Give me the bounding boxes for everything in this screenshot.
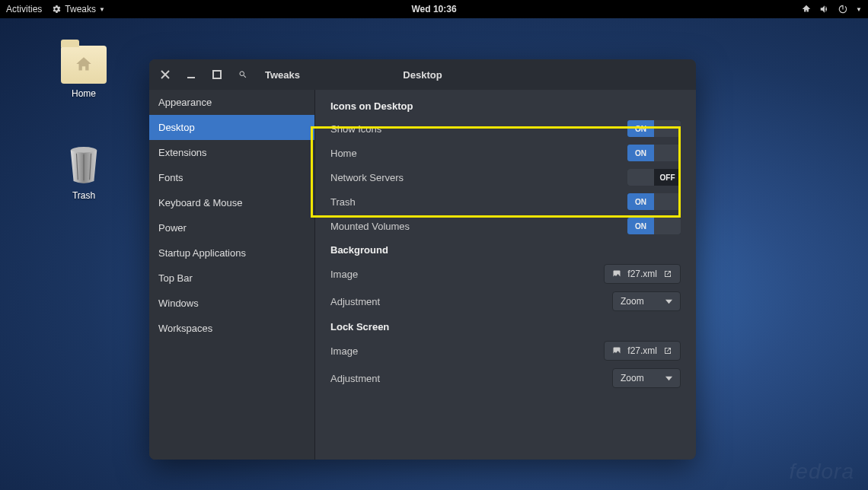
house-icon bbox=[74, 55, 94, 75]
chevron-down-icon: ▼ bbox=[856, 6, 862, 13]
toggle-on-label: ON bbox=[627, 193, 654, 210]
row-label: Show Icons bbox=[330, 123, 381, 135]
topbar-clock[interactable]: Wed 10:36 bbox=[411, 4, 456, 14]
row-label: Adjustment bbox=[330, 296, 380, 307]
window-titlebar: Tweaks Desktop bbox=[149, 59, 696, 90]
chevron-down-icon: ▼ bbox=[99, 6, 105, 13]
toggle-home[interactable]: ON OFF bbox=[627, 145, 681, 161]
desktop-icon-trash[interactable]: Trash bbox=[53, 145, 114, 201]
maximize-icon bbox=[212, 70, 222, 79]
network-icon bbox=[801, 4, 812, 14]
row-trash: Trash ON OFF bbox=[330, 189, 681, 214]
svg-rect-2 bbox=[213, 71, 221, 78]
toggle-on-label: ON bbox=[627, 218, 654, 234]
activities-button[interactable]: Activities bbox=[6, 4, 42, 14]
toggle-off-label: OFF bbox=[654, 169, 681, 186]
titlebar-page-title: Desktop bbox=[403, 69, 442, 81]
sidebar-item-keyboard-mouse[interactable]: Keyboard & Mouse bbox=[149, 190, 314, 215]
chevron-down-icon bbox=[665, 375, 672, 382]
settings-icon bbox=[51, 4, 62, 14]
toggle-on-label: ON bbox=[627, 120, 654, 137]
sidebar-item-desktop[interactable]: Desktop bbox=[149, 115, 314, 140]
lock-image-picker[interactable]: f27.xml bbox=[604, 341, 681, 361]
sidebar-item-appearance[interactable]: Appearance bbox=[149, 90, 314, 115]
lock-adjust-dropdown[interactable]: Zoom bbox=[612, 368, 681, 388]
row-show-icons: Show Icons ON OFF bbox=[330, 116, 681, 141]
row-network-servers: Network Servers ON OFF bbox=[330, 165, 681, 189]
minimize-icon bbox=[187, 70, 196, 79]
trash-icon bbox=[66, 145, 101, 186]
sidebar-item-top-bar[interactable]: Top Bar bbox=[149, 266, 314, 291]
sidebar-item-fonts[interactable]: Fonts bbox=[149, 165, 314, 190]
titlebar-app-name: Tweaks bbox=[265, 69, 300, 81]
desktop-icon-label: Home bbox=[53, 88, 114, 99]
row-label: Image bbox=[330, 269, 358, 280]
toggle-off-label: OFF bbox=[654, 145, 681, 161]
topbar-app-menu[interactable]: Tweaks ▼ bbox=[51, 4, 105, 14]
toggle-on-label: ON bbox=[627, 145, 654, 161]
minimize-button[interactable] bbox=[178, 59, 204, 90]
sidebar-item-extensions[interactable]: Extensions bbox=[149, 140, 314, 165]
row-bg-image: Image f27.xml bbox=[330, 260, 681, 288]
chevron-down-icon bbox=[665, 298, 672, 305]
row-label: Image bbox=[330, 345, 358, 357]
sidebar-item-workspaces[interactable]: Workspaces bbox=[149, 316, 314, 341]
dropdown-value: Zoom bbox=[621, 373, 644, 383]
desktop-icon-label: Trash bbox=[53, 190, 114, 201]
open-dialog-icon bbox=[663, 269, 672, 278]
search-button[interactable] bbox=[230, 59, 256, 90]
content-pane: Icons on Desktop Show Icons ON OFF Home … bbox=[315, 90, 696, 460]
sidebar-item-windows[interactable]: Windows bbox=[149, 291, 314, 316]
tweaks-window: Tweaks Desktop Appearance Desktop Extens… bbox=[149, 59, 696, 460]
toggle-mounted-volumes[interactable]: ON OFF bbox=[627, 218, 681, 234]
row-lock-adjustment: Adjustment Zoom bbox=[330, 364, 681, 392]
svg-rect-1 bbox=[187, 77, 195, 78]
section-background: Background bbox=[330, 244, 681, 256]
section-icons-on-desktop: Icons on Desktop bbox=[330, 100, 681, 112]
image-icon bbox=[612, 269, 621, 278]
row-bg-adjustment: Adjustment Zoom bbox=[330, 288, 681, 315]
toggle-network-servers[interactable]: ON OFF bbox=[627, 169, 681, 186]
desktop-icon-home[interactable]: Home bbox=[53, 46, 114, 99]
open-dialog-icon bbox=[663, 346, 672, 355]
row-label: Home bbox=[330, 148, 357, 159]
row-label: Adjustment bbox=[330, 373, 380, 384]
dropdown-value: Zoom bbox=[621, 296, 644, 307]
sidebar-item-power[interactable]: Power bbox=[149, 215, 314, 240]
row-mounted-volumes: Mounted Volumes ON OFF bbox=[330, 214, 681, 238]
bg-adjust-dropdown[interactable]: Zoom bbox=[612, 291, 681, 311]
power-icon bbox=[838, 4, 848, 14]
picker-value: f27.xml bbox=[627, 269, 657, 279]
toggle-off-label: OFF bbox=[654, 218, 681, 234]
close-button[interactable] bbox=[152, 59, 178, 90]
topbar-status-area[interactable]: ▼ bbox=[801, 4, 862, 14]
toggle-trash[interactable]: ON OFF bbox=[627, 193, 681, 210]
image-icon bbox=[612, 346, 621, 355]
row-label: Mounted Volumes bbox=[330, 221, 410, 232]
toggle-show-icons[interactable]: ON OFF bbox=[627, 120, 681, 137]
picker-value: f27.xml bbox=[627, 345, 657, 356]
bg-image-picker[interactable]: f27.xml bbox=[604, 264, 681, 284]
row-home: Home ON OFF bbox=[330, 141, 681, 165]
toggle-off-label: OFF bbox=[654, 120, 681, 137]
close-icon bbox=[161, 70, 170, 79]
maximize-button[interactable] bbox=[204, 59, 230, 90]
volume-icon bbox=[819, 4, 830, 14]
sidebar: Appearance Desktop Extensions Fonts Keyb… bbox=[149, 90, 315, 460]
row-lock-image: Image f27.xml bbox=[330, 337, 681, 364]
search-icon bbox=[238, 70, 247, 79]
toggle-off-label: OFF bbox=[654, 193, 681, 210]
gnome-topbar: Activities Tweaks ▼ Wed 10:36 ▼ bbox=[0, 0, 868, 18]
sidebar-item-startup-apps[interactable]: Startup Applications bbox=[149, 240, 314, 266]
section-lock-screen: Lock Screen bbox=[330, 321, 681, 332]
row-label: Trash bbox=[330, 196, 356, 208]
row-label: Network Servers bbox=[330, 172, 404, 183]
folder-icon bbox=[61, 46, 107, 84]
topbar-app-label: Tweaks bbox=[65, 4, 96, 14]
watermark: fedora bbox=[790, 460, 854, 484]
toggle-on-label: ON bbox=[627, 169, 654, 186]
